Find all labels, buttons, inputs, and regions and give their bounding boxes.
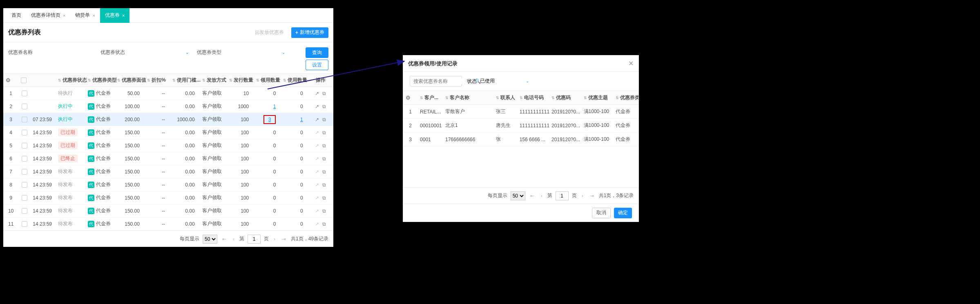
sort-icon: ⇅ (520, 96, 523, 100)
pager-total: 共1页，49条记录 (291, 235, 328, 242)
row-checkbox[interactable] (22, 169, 27, 175)
share-icon[interactable]: ↗ (315, 104, 319, 109)
prev-page-button[interactable]: ‹ (231, 236, 236, 242)
settings-button[interactable]: 设置 (306, 60, 328, 70)
table-row[interactable]: 714 23:59待发布代代金券150.00--0.00客户领取10000↗⧉ (3, 165, 333, 178)
table-row[interactable]: 1RETAIL...零散客户张三111111111112019120?0...满… (403, 105, 638, 119)
qrcode-icon[interactable]: ⧉ (322, 143, 326, 149)
next-page-button[interactable]: › (272, 236, 277, 242)
column-header[interactable]: ⇅发放方式 (200, 74, 227, 87)
sort-icon: ⇅ (58, 78, 61, 82)
column-header[interactable]: ⇅电话号码 (517, 91, 549, 105)
column-header[interactable]: ⇅客户... (417, 91, 443, 105)
column-header[interactable]: ⇅优惠券状态 (56, 74, 85, 87)
page-header: 优惠券列表 ☒ 发放优惠券 + 新增优惠券 (3, 23, 333, 42)
column-header[interactable]: ⇅客户名称 (443, 91, 493, 105)
column-header[interactable]: ⇅发行数量 (227, 74, 254, 87)
column-header[interactable]: ⇅使用门槛... (170, 74, 200, 87)
page-size-select[interactable]: 50 (203, 235, 217, 244)
used-link[interactable]: 1 (300, 117, 303, 122)
qrcode-icon[interactable]: ⧉ (322, 156, 326, 162)
search-button[interactable]: 查询 (306, 47, 328, 58)
claimed-link[interactable]: 3 (268, 117, 271, 122)
gear-icon[interactable]: ⚙ (406, 95, 411, 101)
table-row[interactable]: 1014 23:59待发布代代金券150.00--0.00客户领取10000↗⧉ (3, 204, 333, 217)
page-input[interactable] (248, 235, 261, 244)
cancel-button[interactable]: 取消 (592, 208, 611, 218)
filter-state-select[interactable]: ⌄ (127, 47, 189, 57)
column-header[interactable]: ⇅优惠主题 (581, 91, 613, 105)
table-row[interactable]: 414 23:59已过期代代金券150.00--0.00客户领取10000↗⧉ (3, 126, 333, 139)
tab-优惠券[interactable]: 优惠券× (100, 8, 129, 23)
column-header[interactable]: ⇅使用数量 (281, 74, 308, 87)
close-icon[interactable]: × (63, 13, 65, 18)
tab-销货单[interactable]: 销货单× (70, 8, 100, 23)
claimed-link[interactable]: 1 (273, 104, 276, 109)
row-checkbox[interactable] (22, 117, 27, 122)
share-icon[interactable]: ↗ (315, 91, 319, 96)
send-icon: ☒ (255, 30, 259, 36)
table-row[interactable]: 514 23:59已过期代代金券150.00--0.00客户领取10000↗⧉ (3, 139, 333, 152)
issue-coupon-button[interactable]: ☒ 发放优惠券 (251, 27, 288, 38)
row-checkbox[interactable] (22, 195, 27, 201)
qrcode-icon[interactable]: ⧉ (322, 169, 326, 175)
tab-首页[interactable]: 首页 (7, 8, 26, 23)
add-coupon-button[interactable]: + 新增优惠券 (291, 27, 328, 38)
column-header[interactable]: ⇅优惠券面值 (115, 74, 145, 87)
filter-name-input[interactable] (35, 47, 92, 57)
qrcode-icon[interactable]: ⧉ (322, 221, 326, 227)
qrcode-icon[interactable]: ⧉ (322, 91, 326, 96)
table-row[interactable]: 307 23:59执行中代代金券200.00--1000.00客户领取10031… (3, 113, 333, 126)
table-row[interactable]: 200010001北京1唐先生111111111112019120?0...满1… (403, 119, 638, 133)
row-checkbox[interactable] (22, 143, 27, 149)
row-checkbox[interactable] (22, 221, 27, 227)
row-checkbox[interactable] (22, 130, 27, 135)
row-checkbox[interactable] (22, 208, 27, 214)
modal-page-input[interactable] (556, 191, 569, 200)
table-row[interactable]: 3000117666666666张156 6666 ...2019120?0..… (403, 133, 638, 146)
modal-last-page[interactable]: ⇥ (588, 193, 596, 199)
table-row[interactable]: 914 23:59待发布代代金券150.00--0.00客户领取10000↗⧉ (3, 191, 333, 204)
modal-search-input[interactable]: 🔍 (410, 76, 462, 87)
column-header[interactable]: ⇅优惠券类型 (85, 74, 115, 87)
column-header: ⚙ (3, 74, 18, 87)
ok-button[interactable]: 确定 (614, 208, 632, 218)
qrcode-icon[interactable]: ⧉ (322, 130, 326, 135)
table-row[interactable]: 614 23:59已终止代代金券150.00--0.00客户领取10000↗⧉ (3, 152, 333, 165)
close-icon[interactable]: × (92, 13, 95, 18)
column-header[interactable]: ⇅优惠码 (549, 91, 581, 105)
modal-first-page[interactable]: ⇤ (529, 193, 536, 199)
row-checkbox[interactable] (22, 91, 27, 96)
first-page-button[interactable]: ⇤ (221, 236, 228, 242)
filter-name-label: 优惠券名称 (8, 49, 33, 56)
table-row[interactable]: 814 23:59待发布代代金券150.00--0.00客户领取10000↗⧉ (3, 178, 333, 191)
close-icon[interactable]: ✕ (628, 60, 634, 67)
last-page-button[interactable]: ⇥ (280, 236, 288, 242)
table-row[interactable]: 1待执行代代金券50.00--0.00客户领取1000↗⧉ (3, 87, 333, 100)
row-checkbox[interactable] (22, 104, 27, 109)
qrcode-icon[interactable]: ⧉ (322, 208, 326, 214)
table-row[interactable]: 1114 23:59待发布代代金券150.00--0.00客户领取10000↗⧉ (3, 217, 333, 231)
column-header[interactable]: ⇅优惠券类 (613, 91, 638, 105)
close-icon[interactable]: × (122, 13, 125, 18)
qrcode-icon[interactable]: ⧉ (322, 117, 326, 122)
status-badge: 执行中 (58, 103, 73, 109)
modal-next-page[interactable]: › (580, 193, 585, 199)
select-all-checkbox[interactable] (21, 78, 27, 83)
qrcode-icon[interactable]: ⧉ (322, 182, 326, 188)
qrcode-icon[interactable]: ⧉ (322, 104, 326, 109)
modal-state-select[interactable]: 已使用 ⌄ (480, 76, 529, 86)
modal-prev-page[interactable]: ‹ (539, 193, 544, 199)
filter-type-select[interactable]: ⌄ (224, 47, 285, 57)
modal-page-size-select[interactable]: 50 (511, 191, 525, 200)
qrcode-icon[interactable]: ⧉ (322, 195, 326, 201)
column-header[interactable]: ⇅领用数量 (254, 74, 281, 87)
row-checkbox[interactable] (22, 182, 27, 188)
row-checkbox[interactable] (22, 156, 27, 162)
gear-icon[interactable]: ⚙ (6, 77, 11, 83)
share-icon[interactable]: ↗ (315, 117, 319, 122)
tab-优惠券详情页[interactable]: 优惠券详情页× (26, 8, 70, 23)
table-row[interactable]: 2执行中代代金券100.00--0.00客户领取100010↗⧉ (3, 100, 333, 113)
column-header[interactable]: ⇅折扣% (145, 74, 170, 87)
column-header[interactable]: ⇅联系人 (493, 91, 517, 105)
